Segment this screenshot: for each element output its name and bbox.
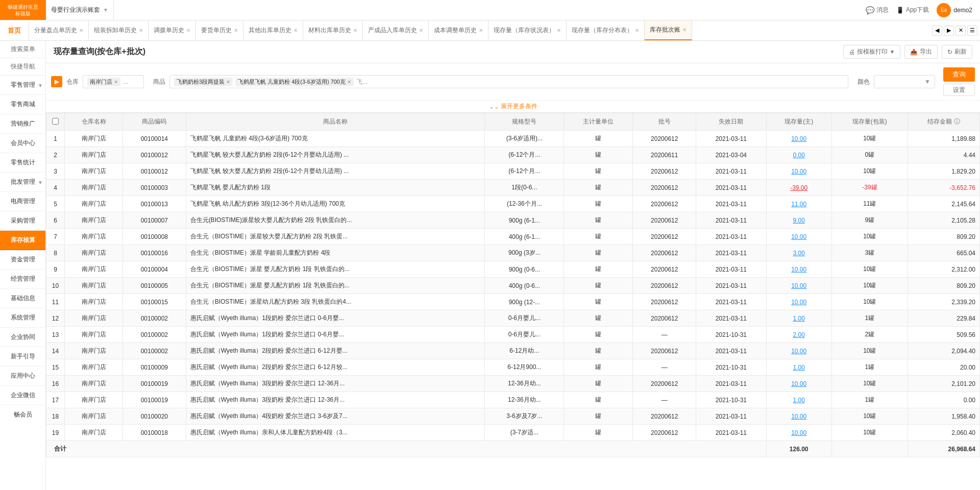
cell-stock-main[interactable]: 10.00 [766,131,831,147]
cell-stock-main[interactable]: 10.00 [766,376,831,392]
sidebar-quicknav[interactable]: 快捷导航 [0,58,45,76]
cell-stock-main[interactable]: 10.00 [766,229,831,245]
sidebar-item-enterprise[interactable]: 企业协同 [0,328,45,347]
expand-more-conditions[interactable]: ⌄⌄ 展开更多条件 [46,100,980,112]
cell-stock-main[interactable]: 0.00 [766,147,831,163]
cell-stock-main[interactable]: 10.00 [766,408,831,425]
tab-cost-adjust[interactable]: 成本调整单历史 ✕ [429,20,488,40]
tab-close-icon[interactable]: ✕ [419,28,423,33]
sidebar-item-ops[interactable]: 经营管理 [0,270,45,289]
warehouse-filter-label: 仓库 [66,78,79,86]
cell-warehouse: 南岸门店 [65,147,123,163]
warehouse-filter-input[interactable]: 南岸门店 ✕ ... [83,75,144,88]
cell-stock-main[interactable]: 10.00 [766,294,831,310]
tab-close-icon[interactable]: ✕ [557,28,561,33]
sidebar-item-retail[interactable]: 零售管理 ▼ [0,76,45,95]
select-all-checkbox[interactable] [52,118,59,125]
tab-transfer[interactable]: 调拨单历史 ✕ [149,20,196,40]
cell-stock-main[interactable]: 3.00 [766,245,831,261]
cell-stock-main[interactable]: 1.00 [766,359,831,376]
expand-arrow-btn[interactable]: ▶ [51,76,62,87]
cell-stock-main[interactable]: 1.00 [766,392,831,408]
sidebar-item-purchase[interactable]: 采购管理 [0,211,45,231]
tab-close-icon[interactable]: ✕ [186,28,190,33]
setting-btn[interactable]: 设置 [943,84,975,96]
tab-other-out[interactable]: 其他出库单历史 ✕ [243,20,303,40]
sidebar-search[interactable]: 搜索菜单 [0,41,45,58]
sidebar-item-ecommerce[interactable]: 电商管理 [0,192,45,211]
export-btn[interactable]: 📤 导出 [904,45,938,59]
tag-close-icon[interactable]: ✕ [347,79,351,85]
tab-label: 成本调整单历史 [434,26,477,35]
th-name: 商品名称 [186,113,485,131]
sidebar-item-finance[interactable]: 资金管理 [0,250,45,270]
cell-stock-main[interactable]: 10.00 [766,261,831,278]
sidebar-item-retail-mall[interactable]: 零售商城 [0,95,45,114]
user-area[interactable]: Ea demo2 [937,3,972,17]
color-filter-input[interactable]: ▼ [874,75,935,88]
tabs-menu-btn[interactable]: ☰ [967,26,977,36]
tab-close-icon[interactable]: ✕ [682,27,687,33]
sidebar-item-stats[interactable]: 零售统计 [0,153,45,173]
cell-stock-main[interactable]: 10.00 [766,163,831,180]
sidebar-item-guide[interactable]: 新手引导 [0,347,45,366]
cell-unit: 罐 [564,180,633,196]
app-download-btn[interactable]: 📱 App下载 [896,6,929,14]
cell-batch: 20200612 [633,278,696,294]
sidebar-item-corp-wechat[interactable]: 企业微信 [0,386,45,405]
cell-index: 19 [46,425,65,441]
tab-split-inventory[interactable]: 分量盘点单历史 ✕ [29,20,89,40]
sidebar-item-system[interactable]: 系统管理 [0,308,45,328]
cell-index: 10 [46,278,65,294]
cell-code: 00100002 [123,343,186,359]
tab-close-icon[interactable]: ✕ [479,28,483,33]
message-btn[interactable]: 💬 消息 [866,6,889,14]
account-selector[interactable]: 母婴行业演示账套 ▼ [46,0,114,20]
tag-close-icon[interactable]: ✕ [226,79,230,85]
sidebar-item-member[interactable]: 会员中心 [0,134,45,153]
tab-product-in[interactable]: 产成品入库单历史 ✕ [363,20,429,40]
summary-stock-pack [831,441,908,457]
tab-stock-dist[interactable]: 现存量（库存分布表） ✕ [567,20,645,40]
tab-close-icon[interactable]: ✕ [234,28,238,33]
tab-stock-status[interactable]: 现存量（库存状况表） ✕ [488,20,567,40]
cell-stock-main[interactable]: -39.00 [766,180,831,196]
tab-close-icon[interactable]: ✕ [293,28,298,33]
sidebar-item-basic[interactable]: 基础信息 [0,289,45,308]
template-print-btn[interactable]: 🖨 按模板打印 ▼ [843,45,900,59]
refresh-btn[interactable]: ↻ 刷新 [942,45,972,59]
product-more: 飞... [356,78,368,86]
tab-requisition[interactable]: 要货单历史 ✕ [196,20,243,40]
table-row: 17 南岸门店 00100019 惠氏启赋（Wyeth illuma）3段奶粉 … [46,392,980,408]
cell-stock-pack: 10罐 [831,278,908,294]
tab-disassemble[interactable]: 组装拆卸单历史 ✕ [89,20,149,40]
cell-stock-main[interactable]: 1.00 [766,310,831,327]
tab-close-icon[interactable]: ✕ [79,28,83,33]
cell-name: 飞鹤星飞帆 幼儿配方奶粉 3段(12-36个月幼儿适用) 700克 [186,196,485,212]
tabs-prev-btn[interactable]: ◀ [932,26,942,36]
sidebar-item-wholesale[interactable]: 批发管理 ▼ [0,173,45,192]
cell-stock-main[interactable]: 10.00 [766,425,831,441]
cell-stock-main[interactable]: 9.00 [766,212,831,229]
tab-home[interactable]: 首页 [0,20,29,40]
cell-stock-main[interactable]: 11.00 [766,196,831,212]
sidebar-item-member2[interactable]: 畅会员 [0,405,45,424]
tab-close-icon[interactable]: ✕ [635,28,639,33]
cell-stock-main[interactable]: 2.00 [766,327,831,343]
sidebar-item-marketing[interactable]: 营销推广 [0,114,45,134]
th-checkbox[interactable] [46,113,65,131]
tag-close-icon[interactable]: ✕ [114,79,118,85]
product-filter-input[interactable]: 飞鹤奶粉3段两提装 ✕ 飞鹤星飞帆 儿童奶粉 4段(3-6岁适用) 700克 ✕… [169,75,848,88]
tab-batch-account[interactable]: 库存批次账 ✕ [645,20,692,40]
query-btn[interactable]: 查询 [943,67,975,82]
sidebar-item-apps[interactable]: 应用中心 [0,366,45,386]
tab-close-icon[interactable]: ✕ [353,28,357,33]
tabs-close-all-btn[interactable]: ✕ [955,26,966,36]
cell-stock-main[interactable]: 10.00 [766,343,831,359]
cell-stock-main[interactable]: 10.00 [766,278,831,294]
sidebar-item-inventory[interactable]: 库存核算 [0,231,45,250]
tab-material-out[interactable]: 材料出库单历史 ✕ [303,20,363,40]
cell-spec: 0-6月婴儿... [485,310,564,327]
tabs-next-btn[interactable]: ▶ [944,26,954,36]
tab-close-icon[interactable]: ✕ [139,28,143,33]
